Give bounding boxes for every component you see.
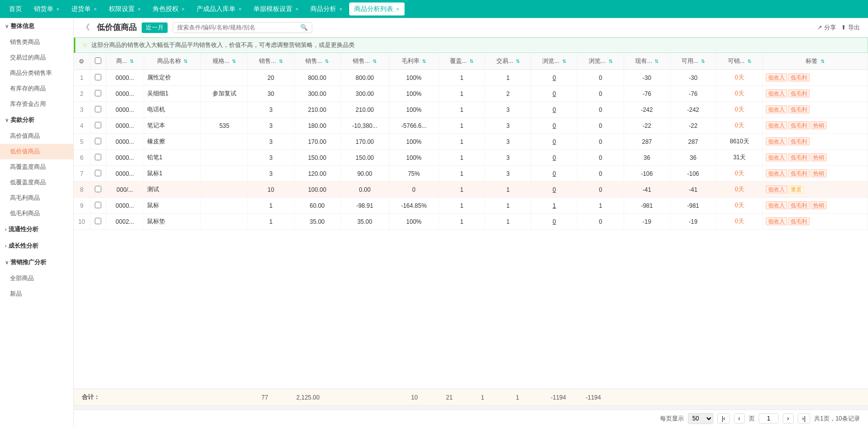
search-icon[interactable]: 🔍 — [300, 24, 308, 31]
sidebar-group-growth[interactable]: › 成长性分析 — [0, 238, 73, 254]
sidebar-item-new-products[interactable]: 新品 — [0, 286, 73, 302]
table-header-name[interactable]: 商品名称 ⇅ — [144, 53, 201, 70]
product-name[interactable]: 鼠标1 — [144, 166, 201, 182]
nav-home[interactable]: 首页 — [4, 2, 27, 15]
close-icon[interactable]: × — [94, 6, 97, 12]
table-header-gear[interactable]: ⚙ — [74, 53, 90, 70]
close-icon[interactable]: × — [238, 6, 241, 12]
row-select-checkbox[interactable] — [95, 106, 101, 112]
browse-count1[interactable]: 0 — [531, 70, 578, 86]
close-icon[interactable]: × — [339, 6, 342, 12]
row-select-checkbox[interactable] — [95, 122, 101, 128]
nav-sales-order[interactable]: 销货单 × — [29, 2, 64, 15]
sidebar-item-low-value[interactable]: 低价值商品 — [0, 144, 73, 159]
table-header-sellable[interactable]: 可销... ⇅ — [716, 53, 763, 70]
browse-count1[interactable]: 1 — [531, 198, 578, 214]
browse-count1[interactable]: 0 — [531, 214, 578, 230]
row-checkbox[interactable] — [90, 182, 106, 198]
sidebar-group-liquidity[interactable]: › 流通性分析 — [0, 221, 73, 238]
table-header-browse2[interactable]: 浏览... ⇅ — [578, 53, 624, 70]
browse-count1[interactable]: 0 — [531, 150, 578, 166]
row-select-checkbox[interactable] — [95, 186, 101, 192]
row-checkbox[interactable] — [90, 118, 106, 134]
sidebar-item-traded-products[interactable]: 交易过的商品 — [0, 50, 73, 65]
prev-page-button[interactable]: ‹ — [734, 414, 745, 424]
sidebar-item-category-sales-rate[interactable]: 商品分类销售率 — [0, 65, 73, 81]
table-header-coverage[interactable]: 覆盖... ⇅ — [438, 53, 485, 70]
sidebar-item-high-value[interactable]: 高价值商品 — [0, 128, 73, 144]
table-header-tags[interactable]: 标签 ⇅ — [763, 53, 868, 70]
sidebar-item-sales-products[interactable]: 销售类商品 — [0, 34, 73, 50]
table-header-current-stock[interactable]: 现有... ⇅ — [624, 53, 670, 70]
close-icon[interactable]: × — [295, 6, 298, 12]
table-header-browse1[interactable]: 浏览... ⇅ — [531, 53, 578, 70]
nav-roles[interactable]: 角色授权 × — [148, 2, 190, 15]
row-select-checkbox[interactable] — [95, 90, 101, 96]
next-page-button[interactable]: › — [783, 414, 794, 424]
close-icon[interactable]: × — [182, 6, 185, 12]
sidebar-group-overview[interactable]: ∨ 整体信息 — [0, 18, 73, 34]
browse-count1[interactable]: 0 — [531, 134, 578, 150]
product-name[interactable]: 笔记本 — [144, 118, 201, 134]
close-icon[interactable]: × — [56, 6, 59, 12]
row-checkbox[interactable] — [90, 214, 106, 230]
sidebar-item-high-coverage[interactable]: 高覆盖度商品 — [0, 159, 73, 175]
export-button[interactable]: ⬆ 导出 — [841, 23, 860, 32]
row-select-checkbox[interactable] — [95, 218, 101, 224]
browse-count1[interactable]: 0 — [531, 86, 578, 102]
collapse-sidebar-button[interactable]: 《 — [82, 22, 90, 33]
browse-link[interactable]: 0 — [553, 154, 556, 161]
browse-link[interactable]: 0 — [553, 122, 556, 129]
table-header-code[interactable]: 商... ⇅ — [106, 53, 144, 70]
table-header-sales3[interactable]: 销售... ⇅ — [340, 53, 389, 70]
product-name[interactable]: 电话机 — [144, 102, 201, 118]
browse-link[interactable]: 0 — [553, 138, 556, 145]
row-select-checkbox[interactable] — [95, 138, 101, 144]
table-header-spec[interactable]: 规格... ⇅ — [201, 53, 248, 70]
sidebar-item-low-coverage[interactable]: 低覆盖度商品 — [0, 175, 73, 190]
row-select-checkbox[interactable] — [95, 202, 101, 208]
product-name[interactable]: 鼠标垫 — [144, 214, 201, 230]
row-checkbox[interactable] — [90, 134, 106, 150]
nav-product-analysis[interactable]: 商品分析 × — [305, 2, 347, 15]
product-name[interactable]: 测试 — [144, 182, 201, 198]
row-checkbox[interactable] — [90, 166, 106, 182]
product-name[interactable]: 铅笔1 — [144, 150, 201, 166]
sidebar-item-stock-products[interactable]: 有库存的商品 — [0, 81, 73, 96]
sidebar-item-high-margin[interactable]: 高毛利商品 — [0, 190, 73, 206]
search-input[interactable] — [177, 24, 300, 31]
row-checkbox[interactable] — [90, 150, 106, 166]
browse-link[interactable]: 0 — [553, 90, 556, 97]
table-header-checkbox[interactable] — [90, 53, 106, 70]
row-checkbox[interactable] — [90, 102, 106, 118]
row-select-checkbox[interactable] — [95, 74, 101, 80]
first-page-button[interactable]: |‹ — [717, 414, 730, 424]
table-header-margin[interactable]: 毛利率 ⇅ — [389, 53, 438, 70]
product-name[interactable]: 属性定价 — [144, 70, 201, 86]
nav-purchase-order[interactable]: 进货单 × — [66, 2, 102, 15]
browse-count1[interactable]: 0 — [531, 102, 578, 118]
close-icon[interactable]: × — [396, 6, 399, 12]
select-all-checkbox[interactable] — [95, 57, 101, 64]
horizontal-scrollbar[interactable] — [74, 406, 868, 410]
browse-count1[interactable]: 0 — [531, 166, 578, 182]
row-checkbox[interactable] — [90, 198, 106, 214]
row-select-checkbox[interactable] — [95, 154, 101, 160]
close-icon[interactable]: × — [138, 6, 141, 12]
table-header-sales1[interactable]: 销售... ⇅ — [248, 53, 294, 70]
nav-template[interactable]: 单据模板设置 × — [248, 2, 303, 15]
table-header-trade[interactable]: 交易... ⇅ — [485, 53, 531, 70]
row-checkbox[interactable] — [90, 70, 106, 86]
browse-count1[interactable]: 0 — [531, 182, 578, 198]
table-header-available[interactable]: 可用... ⇅ — [670, 53, 716, 70]
share-button[interactable]: ↗ 分享 — [817, 23, 836, 32]
page-size-select[interactable]: 50 100 200 — [688, 413, 713, 424]
nav-permissions[interactable]: 权限设置 × — [104, 2, 146, 15]
browse-link[interactable]: 0 — [553, 74, 556, 81]
sidebar-group-sales-analysis[interactable]: ∨ 卖款分析 — [0, 112, 73, 128]
product-name[interactable]: 橡皮擦 — [144, 134, 201, 150]
product-name[interactable]: 吴细细1 — [144, 86, 201, 102]
browse-count1[interactable]: 0 — [531, 118, 578, 134]
nav-product-analysis-list[interactable]: 商品分析列表 × — [349, 2, 404, 15]
browse-link[interactable]: 0 — [553, 218, 556, 225]
